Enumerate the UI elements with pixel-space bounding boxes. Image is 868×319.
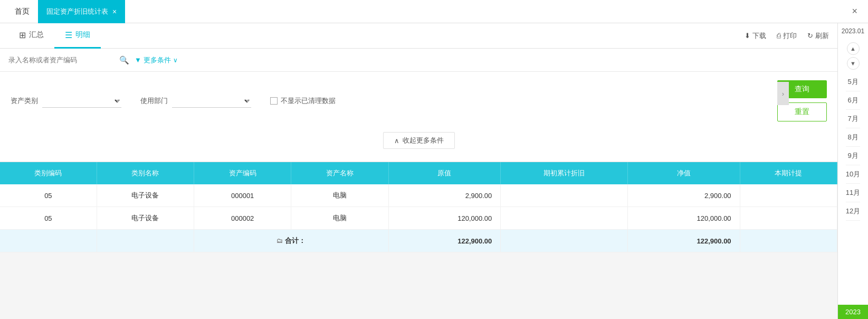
total-accum-depreciation	[501, 230, 628, 252]
filter-icon: ▼	[135, 56, 141, 64]
download-button[interactable]: ⬇ 下载	[745, 31, 766, 41]
total-original-value: 122,900.00	[388, 230, 501, 252]
hide-cleared-checkbox[interactable]	[270, 97, 278, 105]
collapse-label: 收起更多条件	[403, 136, 444, 145]
more-filter-label: 更多条件	[144, 55, 171, 65]
month-item[interactable]: 11月	[846, 184, 860, 202]
tab-close-icon[interactable]: ×	[112, 7, 117, 16]
cell-accum-depreciation	[501, 207, 628, 230]
month-item[interactable]: 10月	[846, 165, 860, 184]
cell-asset-name: 电脑	[291, 184, 388, 207]
total-net-value: 122,900.00	[627, 230, 740, 252]
home-tab[interactable]: 首页	[6, 7, 38, 16]
asset-category-label: 资产类别	[11, 96, 38, 106]
filter-row: 资产类别 ▾ 使用部门 ▾ 不显示已清理数据 查询 重置	[11, 80, 827, 121]
download-icon: ⬇	[745, 32, 750, 40]
year-badge[interactable]: 2023	[838, 305, 868, 319]
col-current-depreciation: 本期计提	[740, 162, 837, 184]
col-net-value: 净值	[627, 162, 740, 184]
month-item[interactable]: 6月	[846, 91, 860, 110]
cell-category-name: 电子设备	[97, 184, 194, 207]
more-filter-button[interactable]: ▼ 更多条件 ∨	[135, 55, 178, 65]
advanced-filter-panel: 资产类别 ▾ 使用部门 ▾ 不显示已清理数据 查询 重置	[0, 72, 837, 162]
cell-current-depreciation	[740, 184, 837, 207]
hide-cleared-label: 不显示已清理数据	[281, 96, 336, 106]
cell-category-code: 05	[0, 207, 97, 230]
refresh-button[interactable]: ↻ 刷新	[807, 31, 829, 41]
total-label-text: 合计：	[285, 236, 306, 246]
total-current-depreciation	[740, 230, 837, 252]
table-row: 05 电子设备 000001 电脑 2,900.00 2,900.00	[0, 184, 837, 207]
month-item[interactable]: 8月	[846, 128, 860, 147]
col-asset-code: 资产编码	[194, 162, 291, 184]
data-table: 类别编码 类别名称 资产编码 资产名称 原值 期初累计折旧 净值 本期计提 05…	[0, 162, 837, 252]
month-item[interactable]: 12月	[846, 202, 860, 221]
download-label: 下载	[752, 31, 766, 41]
table-row: 05 电子设备 000002 电脑 120,000.00 120,000.00	[0, 207, 837, 230]
filter-bar: 🔍 ▼ 更多条件 ∨	[0, 49, 837, 72]
search-input[interactable]	[8, 56, 114, 64]
asset-category-arrow-icon: ▾	[116, 97, 119, 105]
cell-asset-name: 电脑	[291, 207, 388, 230]
department-label: 使用部门	[140, 96, 168, 106]
cell-asset-code: 000001	[194, 184, 291, 207]
tab-summary[interactable]: ⊞ 汇总	[8, 23, 54, 49]
active-tab-label: 固定资产折旧统计表	[46, 7, 108, 16]
side-panel-toggle[interactable]: ›	[777, 82, 789, 105]
total-empty-2	[97, 230, 194, 252]
date-year-label: 2023.01	[840, 23, 866, 39]
chevron-down-icon: ∨	[173, 57, 178, 64]
sub-tabs-bar: ⊞ 汇总 ☰ 明细 ⬇ 下载 ⎙ 打印 ↻ 刷新	[0, 23, 837, 49]
cell-net-value: 120,000.00	[627, 207, 740, 230]
asset-category-group: 资产类别 ▾	[11, 94, 119, 108]
cell-original-value: 2,900.00	[388, 184, 501, 207]
table-header-row: 类别编码 类别名称 资产编码 资产名称 原值 期初累计折旧 净值 本期计提	[0, 162, 837, 184]
summary-icon: ⊞	[19, 30, 26, 40]
department-arrow-icon: ▾	[246, 97, 249, 105]
hide-cleared-group: 不显示已清理数据	[270, 96, 336, 106]
scroll-buttons: ▲ ▼	[847, 39, 860, 73]
scroll-down-button[interactable]: ▼	[847, 57, 860, 70]
month-item[interactable]: 7月	[846, 110, 860, 128]
detail-icon: ☰	[65, 30, 72, 40]
search-icon[interactable]: 🔍	[119, 55, 129, 65]
print-icon: ⎙	[777, 32, 781, 40]
asset-category-select[interactable]	[42, 94, 121, 108]
month-item[interactable]: 9月	[846, 147, 860, 165]
col-category-name: 类别名称	[97, 162, 194, 184]
collapse-icon: ∧	[394, 137, 399, 145]
col-category-code: 类别编码	[0, 162, 97, 184]
window-close-button[interactable]: ×	[852, 6, 868, 17]
col-original-value: 原值	[388, 162, 501, 184]
department-group: 使用部门 ▾	[140, 94, 249, 108]
cell-asset-code: 000002	[194, 207, 291, 230]
collapse-button[interactable]: ∧ 收起更多条件	[383, 132, 455, 149]
print-label: 打印	[783, 31, 797, 41]
reset-button[interactable]: 重置	[777, 102, 827, 121]
cell-accum-depreciation	[501, 184, 628, 207]
detail-tab-label: 明细	[75, 30, 90, 40]
cell-original-value: 120,000.00	[388, 207, 501, 230]
col-asset-name: 资产名称	[291, 162, 388, 184]
month-item[interactable]: 5月	[846, 73, 860, 91]
cell-category-code: 05	[0, 184, 97, 207]
top-nav: 首页 固定资产折旧统计表 × ×	[0, 0, 868, 23]
refresh-label: 刷新	[815, 31, 829, 41]
col-accum-depreciation: 期初累计折旧	[501, 162, 628, 184]
main-content: ⊞ 汇总 ☰ 明细 ⬇ 下载 ⎙ 打印 ↻ 刷新 🔍 ▼ 更	[0, 23, 837, 252]
scroll-up-button[interactable]: ▲	[847, 42, 860, 55]
cell-current-depreciation	[740, 207, 837, 230]
cell-net-value: 2,900.00	[627, 184, 740, 207]
refresh-icon: ↻	[807, 32, 813, 40]
total-empty-1	[0, 230, 97, 252]
total-icon: 🗂	[276, 237, 283, 245]
month-list: 5月6月7月8月9月10月11月12月	[846, 73, 860, 221]
tab-detail[interactable]: ☰ 明细	[54, 23, 101, 49]
summary-tab-label: 汇总	[29, 30, 44, 40]
toolbar: ⬇ 下载 ⎙ 打印 ↻ 刷新	[745, 31, 829, 41]
print-button[interactable]: ⎙ 打印	[777, 31, 797, 41]
total-label-cell: 🗂 合计：	[194, 230, 389, 252]
active-tab[interactable]: 固定资产折旧统计表 ×	[38, 0, 125, 23]
department-select[interactable]	[172, 94, 251, 108]
table-total-row: 🗂 合计： 122,900.00 122,900.00	[0, 230, 837, 252]
